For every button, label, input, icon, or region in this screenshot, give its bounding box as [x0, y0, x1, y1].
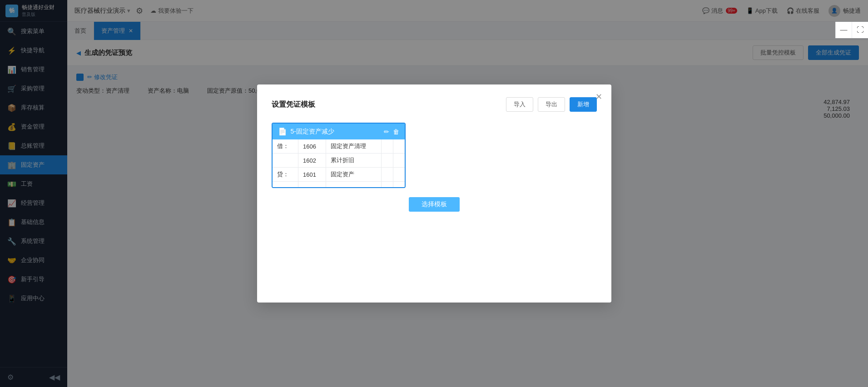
template-table: 借： 1606 固定资产清理 1602 累计折旧 贷：: [273, 139, 405, 187]
cell-empty-1: [382, 139, 393, 154]
account-name-3: 固定资产: [326, 168, 382, 182]
delete-template-icon[interactable]: 🗑: [393, 128, 399, 135]
new-template-button[interactable]: 新增: [570, 97, 597, 112]
debit-type-2: [273, 154, 298, 168]
cell-empty-2: [393, 139, 404, 154]
account-code-3: 1601: [298, 168, 326, 182]
template-tools: ✏ 🗑: [384, 128, 399, 135]
account-code-2: 1602: [298, 154, 326, 168]
account-name-2: 累计折旧: [326, 154, 382, 168]
table-row-empty: [273, 182, 405, 188]
account-code-1: 1606: [298, 139, 326, 154]
template-title: 5-固定资产减少: [291, 128, 334, 136]
doc-icon: 📄: [278, 127, 287, 136]
modal-actions: 导入 导出 新增: [506, 97, 597, 112]
template-modal: 设置凭证模板 导入 导出 新增 ✕ 📄 5-固定资产减少 ✏ 🗑 借：: [257, 84, 611, 303]
cell-empty-3: [382, 154, 393, 168]
modal-header: 设置凭证模板 导入 导出 新增 ✕: [272, 97, 597, 112]
account-name-1: 固定资产清理: [326, 139, 382, 154]
template-card-header: 📄 5-固定资产减少 ✏ 🗑: [273, 124, 405, 139]
window-controls: — ⛶: [835, 22, 868, 38]
modal-title: 设置凭证模板: [272, 100, 315, 109]
select-template-button[interactable]: 选择模板: [409, 197, 460, 212]
import-button[interactable]: 导入: [506, 97, 533, 112]
table-row: 1602 累计折旧: [273, 154, 405, 168]
minimize-button[interactable]: —: [835, 22, 852, 38]
table-row: 贷： 1601 固定资产: [273, 168, 405, 182]
table-row: 借： 1606 固定资产清理: [273, 139, 405, 154]
modal-close-icon[interactable]: ✕: [595, 93, 602, 101]
cell-empty-6: [393, 168, 404, 182]
debit-type-1: 借：: [273, 139, 298, 154]
export-button[interactable]: 导出: [538, 97, 565, 112]
cell-empty-4: [393, 154, 404, 168]
template-card: 📄 5-固定资产减少 ✏ 🗑 借： 1606 固定资产清理: [272, 123, 406, 188]
credit-type: 贷：: [273, 168, 298, 182]
cell-empty-5: [382, 168, 393, 182]
template-body: 借： 1606 固定资产清理 1602 累计折旧 贷：: [273, 139, 405, 187]
template-title-area: 📄 5-固定资产减少: [278, 127, 334, 136]
maximize-button[interactable]: ⛶: [852, 22, 868, 38]
edit-template-icon[interactable]: ✏: [384, 128, 389, 135]
